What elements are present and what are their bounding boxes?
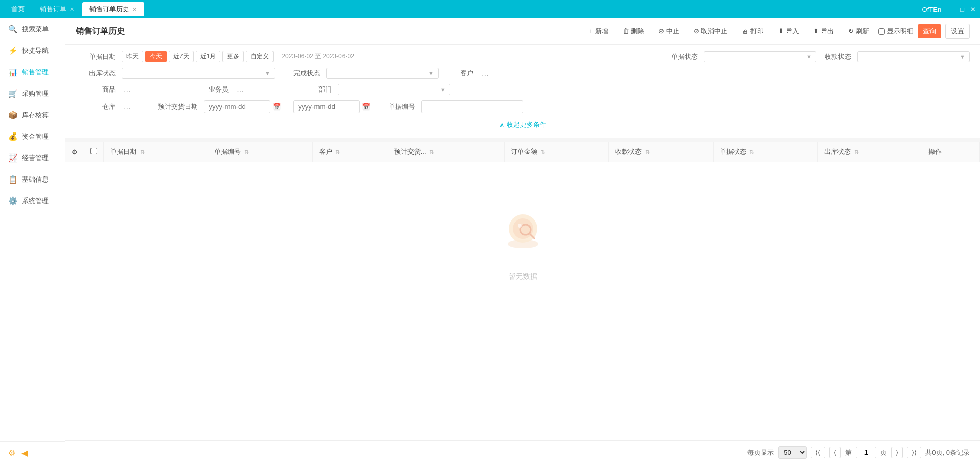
delivery-date-end[interactable] [293, 100, 360, 113]
tab-sales-order-label: 销售订单 [40, 5, 66, 14]
topbar-minimize-icon[interactable]: — [947, 6, 954, 13]
page-number-input[interactable] [856, 447, 876, 458]
sidebar-inventory-label: 库存核算 [22, 111, 49, 120]
th-warehouse-status-label: 出库状态 [824, 148, 851, 156]
warehouse-input[interactable]: ... [122, 102, 132, 112]
stop-button[interactable]: ⊘ 中止 [653, 24, 685, 38]
date-btn-7days[interactable]: 近7天 [169, 51, 194, 62]
order-number-input[interactable] [421, 100, 523, 113]
show-detail-input[interactable] [878, 28, 885, 35]
tab-sales-order[interactable]: 销售订单 ✕ [33, 2, 81, 16]
delete-label: 🗑 删除 [623, 27, 645, 36]
toolbar: + 新增 🗑 删除 ⊘ 中止 ⊘ 取消中止 🖨 打印 ⬇ 导入 [584, 24, 970, 39]
th-number-sort: ⇅ [244, 149, 249, 155]
import-button[interactable]: ⬇ 导入 [773, 24, 804, 38]
date-btn-more[interactable]: 更多 [222, 51, 244, 62]
print-label: 🖨 打印 [742, 27, 764, 36]
select-all-checkbox[interactable] [90, 148, 97, 154]
sidebar-settings-icon[interactable]: ⚙ [8, 448, 15, 458]
sidebar-quicknav-label: 快捷导航 [22, 46, 49, 55]
th-order-status-sort: ⇅ [749, 149, 754, 155]
th-checkbox[interactable] [84, 142, 104, 162]
sidebar-item-system[interactable]: ⚙️ 系统管理 [0, 190, 65, 212]
sidebar-item-sales[interactable]: 📊 销售管理 [0, 61, 65, 83]
prev-page-button[interactable]: ⟨ [829, 447, 841, 458]
export-button[interactable]: ⬆ 导出 [808, 24, 839, 38]
th-delivery[interactable]: 预计交货... ⇅ [388, 142, 504, 162]
first-page-button[interactable]: ⟨⟨ [811, 447, 825, 458]
payment-status-label: 收款状态 [816, 52, 857, 61]
date-btn-1month[interactable]: 近1月 [196, 51, 221, 62]
basics-icon: 📋 [8, 175, 18, 184]
th-payment-status[interactable]: 收款状态 ⇅ [609, 142, 713, 162]
table-area: ⚙ 单据日期 ⇅ 单据编号 ⇅ 客户 ⇅ [65, 142, 980, 440]
customer-input[interactable]: ... [480, 69, 490, 78]
next-page-button[interactable]: ⟩ [891, 447, 903, 458]
query-button[interactable]: 查询 [918, 24, 941, 38]
th-order-status[interactable]: 单据状态 ⇅ [713, 142, 817, 162]
inventory-icon: 📦 [8, 111, 18, 120]
complete-status-select[interactable]: ▼ [326, 68, 439, 79]
delete-button[interactable]: 🗑 删除 [618, 24, 650, 38]
tab-sales-order-close[interactable]: ✕ [70, 6, 74, 13]
th-customer[interactable]: 客户 ⇅ [312, 142, 388, 162]
sidebar-item-operations[interactable]: 📈 经营管理 [0, 147, 65, 169]
complete-status-arrow: ▼ [428, 70, 434, 76]
salesperson-input[interactable]: ... [235, 85, 245, 94]
th-amount[interactable]: 订单金额 ⇅ [504, 142, 608, 162]
th-date[interactable]: 单据日期 ⇅ [104, 142, 208, 162]
product-input[interactable]: ... [122, 85, 132, 94]
topbar-maximize-icon[interactable]: □ [960, 6, 964, 13]
tab-home[interactable]: 首页 [4, 2, 32, 16]
query-label: 查询 [923, 27, 936, 36]
show-detail-checkbox[interactable]: 显示明细 [878, 27, 914, 36]
collapse-button[interactable]: ∧ 收起更多条件 [499, 118, 546, 131]
sidebar-item-search[interactable]: 🔍 搜索菜单 [0, 18, 65, 40]
last-page-button[interactable]: ⟩⟩ [907, 447, 921, 458]
page-size-select[interactable]: 20 50 100 [778, 446, 807, 459]
customer-label: 客户 [449, 69, 480, 78]
cancel-stop-button[interactable]: ⊘ 取消中止 [689, 24, 733, 38]
warehouse-status-select[interactable]: ▼ [122, 68, 275, 79]
tab-sales-order-history[interactable]: 销售订单历史 ✕ [82, 2, 144, 16]
page-size-label: 每页显示 [747, 448, 774, 457]
th-gear[interactable]: ⚙ [65, 142, 84, 162]
date-btn-custom[interactable]: 自定义 [246, 51, 274, 62]
payment-status-select[interactable]: ▼ [857, 51, 970, 62]
tab-home-label: 首页 [11, 5, 25, 14]
collapse-row: ∧ 收起更多条件 [76, 118, 970, 131]
new-button[interactable]: + 新增 [584, 24, 613, 38]
refresh-button[interactable]: ↻ 刷新 [843, 24, 874, 38]
date-btn-yesterday[interactable]: 昨天 [122, 51, 143, 62]
th-number[interactable]: 单据编号 ⇅ [208, 142, 312, 162]
date-range-text: 2023-06-02 至 2023-06-02 [282, 52, 354, 61]
setting-label: 设置 [951, 27, 964, 36]
sidebar-item-basics[interactable]: 📋 基础信息 [0, 169, 65, 190]
sidebar-item-inventory[interactable]: 📦 库存核算 [0, 104, 65, 126]
delivery-date-end-icon[interactable]: 📅 [362, 103, 370, 111]
setting-button[interactable]: 设置 [945, 24, 970, 39]
warehouse-label: 仓库 [76, 102, 122, 112]
content-area: 销售订单历史 + 新增 🗑 删除 ⊘ 中止 ⊘ 取消中止 🖨 打印 [65, 18, 980, 464]
delivery-date-start-icon[interactable]: 📅 [272, 103, 281, 111]
tab-sales-order-history-close[interactable]: ✕ [132, 6, 137, 13]
sidebar-item-quicknav[interactable]: ⚡ 快捷导航 [0, 40, 65, 61]
th-delivery-sort: ⇅ [429, 149, 434, 155]
order-status-arrow: ▼ [806, 54, 812, 60]
order-status-select[interactable]: ▼ [704, 51, 816, 62]
delivery-date-start[interactable] [204, 100, 270, 113]
topbar-close-icon[interactable]: ✕ [970, 6, 976, 13]
sidebar-item-finance[interactable]: 💰 资金管理 [0, 126, 65, 147]
sidebar-collapse-icon[interactable]: ◀ [21, 448, 28, 458]
th-warehouse-status[interactable]: 出库状态 ⇅ [818, 142, 922, 162]
th-warehouse-status-sort: ⇅ [854, 149, 859, 155]
department-select[interactable]: ▼ [338, 84, 450, 95]
tab-bar: 首页 销售订单 ✕ 销售订单历史 ✕ OfTEn — □ ✕ [0, 0, 980, 18]
jump-prefix: 第 [845, 448, 852, 457]
date-btn-today[interactable]: 今天 [145, 51, 167, 62]
print-button[interactable]: 🖨 打印 [737, 24, 769, 38]
sidebar-item-purchase[interactable]: 🛒 采购管理 [0, 83, 65, 104]
th-number-label: 单据编号 [214, 148, 241, 156]
th-amount-sort: ⇅ [541, 149, 545, 155]
tab-bar-right: OfTEn — □ ✕ [922, 6, 976, 13]
